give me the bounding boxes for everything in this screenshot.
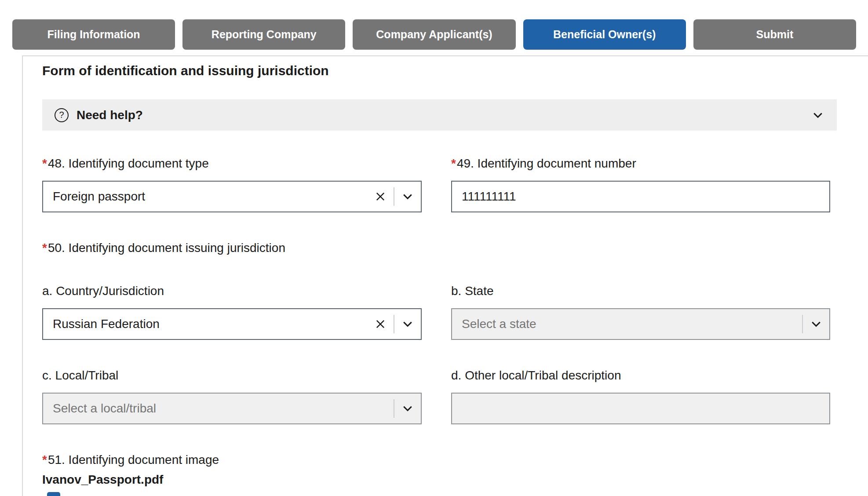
field-50d: d. Other local/Tribal description [451, 368, 830, 424]
field-50: *50. Identifying document issuing jurisd… [42, 241, 830, 255]
field-50c: c. Local/Tribal Select a local/tribal [42, 368, 422, 424]
local-tribal-select-placeholder: Select a local/tribal [43, 401, 394, 416]
field-50b: b. State Select a state [451, 284, 830, 340]
chevron-down-icon [811, 109, 824, 122]
field-48-label-text: 48. Identifying document type [48, 157, 209, 170]
country-combobox [42, 308, 422, 340]
field-50a-label: a. Country/Jurisdiction [42, 284, 422, 299]
field-51: *51. Identifying document image Ivanov_P… [42, 452, 830, 487]
clear-icon[interactable] [367, 182, 394, 212]
required-asterisk: * [451, 157, 456, 170]
field-48-label: *48. Identifying document type [42, 156, 422, 171]
clear-icon[interactable] [367, 309, 394, 339]
tab-company-applicants[interactable]: Company Applicant(s) [353, 19, 515, 50]
need-help-accordion[interactable]: ? Need help? [42, 99, 837, 131]
field-51-label: *51. Identifying document image [42, 452, 830, 467]
field-50b-label: b. State [451, 284, 830, 299]
state-select-placeholder: Select a state [452, 317, 802, 331]
doc-type-combobox [42, 181, 422, 212]
section-heading: Form of identification and issuing juris… [42, 62, 868, 79]
partial-hidden-button[interactable] [47, 492, 60, 496]
need-help-label: Need help? [77, 108, 143, 122]
chevron-down-icon[interactable] [394, 309, 421, 339]
boi-filing-screen: Filing Information Reporting Company Com… [0, 0, 868, 496]
field-50c-label: c. Local/Tribal [42, 368, 422, 383]
field-49-label: *49. Identifying document number [451, 156, 830, 171]
field-50a: a. Country/Jurisdiction [42, 284, 422, 340]
fields-grid: *48. Identifying document type *49. Iden… [42, 156, 868, 487]
tab-submit[interactable]: Submit [693, 19, 856, 50]
doc-type-input[interactable] [43, 182, 367, 212]
field-48: *48. Identifying document type [42, 156, 422, 212]
field-49: *49. Identifying document number [451, 156, 830, 212]
required-asterisk: * [42, 453, 47, 467]
state-select: Select a state [451, 308, 830, 340]
tab-beneficial-owners[interactable]: Beneficial Owner(s) [523, 19, 686, 50]
required-asterisk: * [42, 241, 47, 255]
field-50-label-text: 50. Identifying document issuing jurisdi… [48, 241, 285, 255]
field-51-label-text: 51. Identifying document image [48, 453, 219, 467]
field-49-label-text: 49. Identifying document number [457, 157, 636, 170]
tab-filing-information[interactable]: Filing Information [12, 19, 175, 50]
country-input[interactable] [43, 309, 367, 339]
uploaded-file-name: Ivanov_Passport.pdf [42, 473, 830, 487]
chevron-down-icon [803, 309, 829, 339]
local-tribal-select: Select a local/tribal [42, 393, 422, 424]
tab-reporting-company[interactable]: Reporting Company [182, 19, 345, 50]
field-50-label: *50. Identifying document issuing jurisd… [42, 241, 830, 255]
field-50d-label: d. Other local/Tribal description [451, 368, 830, 383]
form-section-tabs: Filing Information Reporting Company Com… [12, 19, 856, 50]
required-asterisk: * [42, 157, 47, 170]
form-panel: Form of identification and issuing juris… [22, 55, 868, 496]
chevron-down-icon [394, 394, 421, 423]
other-local-tribal-input [451, 393, 830, 424]
chevron-down-icon[interactable] [394, 182, 421, 212]
doc-number-input[interactable] [451, 181, 830, 212]
help-circle-icon: ? [55, 108, 69, 122]
